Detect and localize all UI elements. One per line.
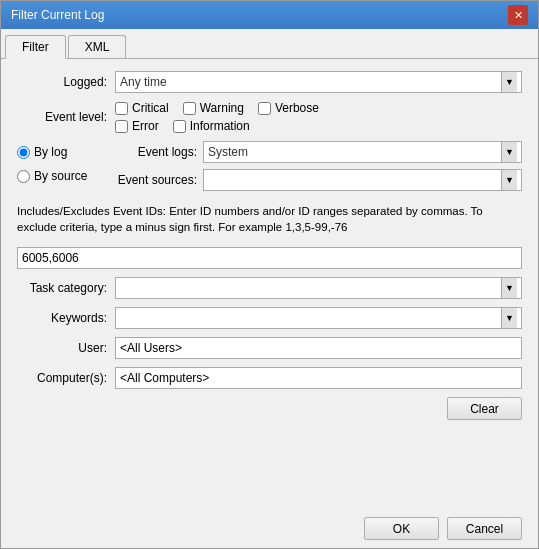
clear-button[interactable]: Clear [447,397,522,420]
ok-button[interactable]: OK [364,517,439,540]
event-sources-arrow: ▼ [501,170,517,190]
checkbox-warning[interactable]: Warning [183,101,244,115]
log-source-section: By log By source Event logs: System ▼ Ev… [17,141,522,191]
title-bar: Filter Current Log ✕ [1,1,538,29]
event-logs-dropdown[interactable]: System ▼ [203,141,522,163]
dialog-footer: OK Cancel [1,509,538,548]
computer-row: Computer(s): [17,367,522,389]
event-logs-label: Event logs: [107,145,197,159]
computer-label: Computer(s): [17,371,107,385]
radio-bysource[interactable]: By source [17,169,107,183]
event-sources-dropdown[interactable]: ▼ [203,169,522,191]
user-row: User: [17,337,522,359]
checkbox-error-input[interactable] [115,120,128,133]
task-category-arrow: ▼ [501,278,517,298]
filter-content: Logged: Any time ▼ Event level: Critical… [1,59,538,509]
dialog-title: Filter Current Log [11,8,104,22]
event-sources-row: Event sources: ▼ [107,169,522,191]
event-level-label: Event level: [17,110,107,124]
event-logs-arrow: ▼ [501,142,517,162]
event-level-checkboxes: Critical Warning Verbose Error [115,101,319,133]
radio-bysource-input[interactable] [17,170,30,183]
keywords-dropdown[interactable]: ▼ [115,307,522,329]
task-category-row: Task category: ▼ [17,277,522,299]
checkbox-critical-input[interactable] [115,102,128,115]
event-level-row: Event level: Critical Warning Verbose [17,101,522,133]
user-label: User: [17,341,107,355]
checkbox-verbose-input[interactable] [258,102,271,115]
logged-label: Logged: [17,75,107,89]
dialog-filter-current-log: Filter Current Log ✕ Filter XML Logged: … [0,0,539,549]
description-text: Includes/Excludes Event IDs: Enter ID nu… [17,203,522,235]
event-ids-row [17,247,522,269]
tab-filter[interactable]: Filter [5,35,66,59]
checkbox-error[interactable]: Error [115,119,159,133]
logged-row: Logged: Any time ▼ [17,71,522,93]
checkbox-warning-input[interactable] [183,102,196,115]
user-input[interactable] [115,337,522,359]
event-logs-value: System [208,145,501,159]
event-log-source-fields: Event logs: System ▼ Event sources: ▼ [107,141,522,191]
tab-bar: Filter XML [1,29,538,59]
radio-bylog-input[interactable] [17,146,30,159]
task-category-dropdown[interactable]: ▼ [115,277,522,299]
tab-xml[interactable]: XML [68,35,127,58]
cancel-button[interactable]: Cancel [447,517,522,540]
event-logs-row: Event logs: System ▼ [107,141,522,163]
checkbox-verbose[interactable]: Verbose [258,101,319,115]
event-sources-label: Event sources: [107,173,197,187]
checkbox-critical[interactable]: Critical [115,101,169,115]
keywords-row: Keywords: ▼ [17,307,522,329]
event-ids-input[interactable] [17,247,522,269]
checkbox-information-input[interactable] [173,120,186,133]
keywords-arrow: ▼ [501,308,517,328]
logged-value: Any time [120,75,501,89]
keywords-label: Keywords: [17,311,107,325]
radio-group: By log By source [17,141,107,191]
logged-dropdown[interactable]: Any time ▼ [115,71,522,93]
radio-bylog[interactable]: By log [17,145,107,159]
task-category-label: Task category: [17,281,107,295]
close-button[interactable]: ✕ [508,5,528,25]
checkbox-information[interactable]: Information [173,119,250,133]
logged-dropdown-arrow: ▼ [501,72,517,92]
computer-input[interactable] [115,367,522,389]
